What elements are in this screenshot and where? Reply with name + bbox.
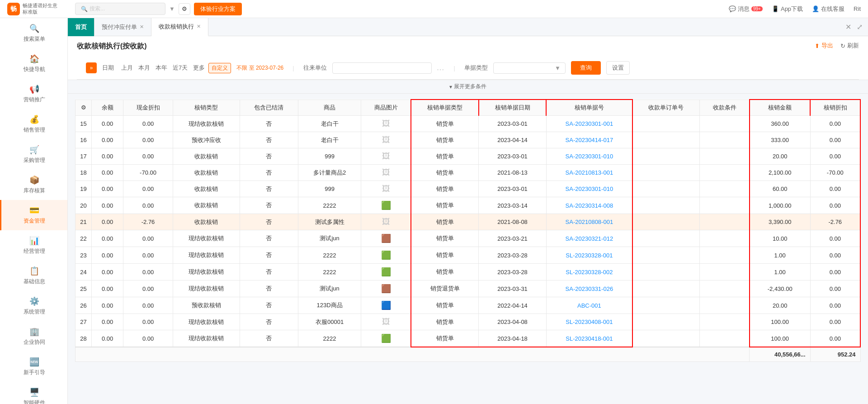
sidebar-item-inventory[interactable]: 📦 库存核算 [0, 170, 67, 200]
sidebar-item-sales[interactable]: 💰 销售管理 [0, 109, 67, 139]
query-button[interactable]: 查询 [571, 61, 601, 75]
date-range-display: 不限 至 2023-07-26 [236, 64, 283, 72]
td-cancel-bill-no[interactable]: SL-20230328-001 [546, 247, 632, 264]
td-receipt-order-no [632, 197, 700, 214]
td-seq: 20 [75, 197, 92, 214]
app-download[interactable]: 📱 App下载 [772, 5, 803, 13]
expand-more-btn[interactable]: ▾ 展开更多条件 [68, 80, 868, 94]
date-custom[interactable]: 自定义 [208, 63, 231, 73]
refresh-button[interactable]: ↻ 刷新 [840, 42, 859, 50]
sidebar-item-quick-nav[interactable]: 🏠 快捷导航 [0, 48, 67, 79]
setting-button[interactable]: 设置 [606, 61, 630, 75]
td-cancel-bill-date: 2023-04-14 [479, 132, 547, 148]
tab-home[interactable]: 首页 [68, 18, 94, 36]
td-cancel-bill-no[interactable]: SL-20230408-001 [546, 314, 632, 330]
gear-button[interactable]: ⚙ [179, 3, 190, 15]
td-balance: 0.00 [92, 230, 123, 247]
td-cancel-bill-no[interactable]: SA-20230331-026 [546, 280, 632, 297]
date-this-year[interactable]: 本年 [154, 63, 169, 73]
date-this-month[interactable]: 本月 [137, 63, 152, 73]
th-settings[interactable]: ⚙ [75, 100, 92, 116]
td-cancel-bill-no[interactable]: SA-20230301-010 [546, 181, 632, 197]
th-include-settled: 包含已结清 [240, 100, 298, 116]
td-include-settled: 否 [240, 197, 298, 214]
bill-type-select[interactable]: ▼ [493, 62, 566, 74]
dropdown-arrow[interactable]: ▼ [169, 5, 175, 12]
user-name[interactable]: Rit [854, 5, 861, 12]
guide-icon: 🆕 [29, 357, 39, 367]
td-cancel-amount: 20.00 [750, 148, 810, 165]
td-goods: 999 [298, 148, 361, 165]
export-button[interactable]: ⬆ 导出 [815, 42, 833, 50]
sidebar-item-label: 销售管理 [24, 126, 45, 134]
sidebar-item-enterprise[interactable]: 🏢 企业协同 [0, 321, 67, 352]
table-container[interactable]: ⚙ 余额 现金折扣 核销类型 包含已结清 商品 商品图片 核销单据类型 核销单据… [68, 94, 868, 404]
tab-prepay-close[interactable]: ✕ [140, 24, 144, 30]
td-cancel-amount: -2,430.00 [750, 280, 810, 297]
sidebar-item-marketing[interactable]: 📢 营销推广 [0, 79, 67, 109]
td-cancel-bill-no[interactable]: SL-20230328-002 [546, 264, 632, 280]
td-cancel-bill-no[interactable]: SA-20230321-012 [546, 230, 632, 247]
td-goods-img: 🖼 [361, 116, 411, 132]
td-receipt-condition [700, 247, 750, 264]
td-cancel-bill-no[interactable]: SA-20230414-017 [546, 132, 632, 148]
sidebar-item-label: 经营管理 [24, 247, 45, 255]
sidebar-item-operations[interactable]: 📊 经营管理 [0, 230, 67, 261]
td-receipt-order-no [632, 132, 700, 148]
td-goods-img: 🖼 [361, 214, 411, 230]
sidebar-item-search-menu[interactable]: 🔍 搜索菜单 [0, 18, 67, 48]
td-cancel-bill-no[interactable]: SL-20230418-001 [546, 330, 632, 347]
message-badge[interactable]: 💬 消息 99+ [729, 5, 763, 13]
td-cancel-bill-no[interactable]: ABC-001 [546, 297, 632, 314]
td-receipt-condition [700, 214, 750, 230]
online-service[interactable]: 👤 在线客服 [812, 5, 844, 13]
td-cancel-bill-no[interactable]: SA-20210813-001 [546, 165, 632, 181]
expand-more-label: 展开更多条件 [454, 83, 486, 90]
filter-expand-btn[interactable]: » [86, 62, 97, 73]
td-cancel-bill-type: 销货单 [411, 181, 479, 197]
expand-tab-btn[interactable]: ⤢ [857, 23, 863, 31]
td-receipt-order-no [632, 330, 700, 347]
close-tab-btn[interactable]: ✕ [845, 23, 851, 31]
td-include-settled: 否 [240, 214, 298, 230]
tab-prepay[interactable]: 预付冲应付单 ✕ [94, 18, 151, 36]
td-goods-img: 🟫 [361, 230, 411, 247]
td-cancel-bill-no[interactable]: SA-20210808-001 [546, 214, 632, 230]
td-receipt-condition [700, 197, 750, 214]
td-include-settled: 否 [240, 148, 298, 165]
partner-dots[interactable]: ... [437, 65, 445, 71]
tab-receipt[interactable]: 收款核销执行 ✕ [151, 18, 208, 36]
td-cancel-bill-no[interactable]: SA-20230301-001 [546, 116, 632, 132]
date-prev-month[interactable]: 上月 [119, 63, 135, 73]
tab-receipt-close[interactable]: ✕ [197, 24, 201, 29]
divider2: | [454, 65, 455, 71]
industry-btn[interactable]: 体验行业方案 [194, 3, 242, 15]
page-header: 收款核销执行(按收款) ⬆ 导出 ↻ 刷新 » 日期 上 [68, 36, 868, 80]
td-cancel-bill-type: 销货单 [411, 330, 479, 347]
td-include-settled: 否 [240, 132, 298, 148]
td-cancel-bill-date: 2023-04-08 [479, 314, 547, 330]
sidebar-item-finance[interactable]: 💳 资金管理 [0, 200, 67, 230]
sidebar-item-hardware[interactable]: 🖥️ 智能硬件 [0, 382, 67, 404]
date-more[interactable]: 更多 [191, 63, 207, 73]
td-seq: 25 [75, 280, 92, 297]
partner-input[interactable] [332, 62, 432, 74]
td-receipt-condition [700, 165, 750, 181]
sidebar-item-basic-info[interactable]: 📋 基础信息 [0, 261, 67, 291]
top-search-box[interactable]: 🔍 搜索... [75, 3, 165, 15]
td-include-settled: 否 [240, 247, 298, 264]
td-cancel-bill-no[interactable]: SA-20230314-008 [546, 197, 632, 214]
sidebar-item-sys-mgmt[interactable]: ⚙️ 系统管理 [0, 291, 67, 321]
td-include-settled: 否 [240, 230, 298, 247]
sidebar-item-guide[interactable]: 🆕 新手引导 [0, 352, 67, 382]
td-cancel-bill-no[interactable]: SA-20230301-010 [546, 148, 632, 165]
td-receipt-condition [700, 264, 750, 280]
td-cash-discount: 0.00 [123, 264, 173, 280]
td-include-settled: 否 [240, 264, 298, 280]
date-7days[interactable]: 近7天 [171, 63, 189, 73]
td-receipt-order-no [632, 214, 700, 230]
td-cash-discount: 0.00 [123, 181, 173, 197]
message-count: 99+ [751, 6, 763, 11]
sidebar-item-purchase[interactable]: 🛒 采购管理 [0, 139, 67, 170]
sidebar: 🔍 搜索菜单 🏠 快捷导航 📢 营销推广 💰 销售管理 🛒 采购管理 📦 库存核… [0, 18, 68, 404]
